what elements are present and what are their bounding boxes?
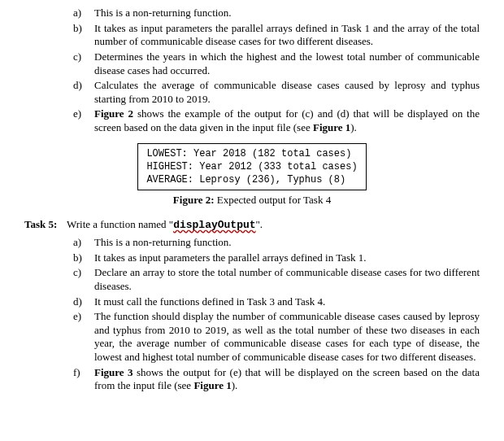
list-item: a) This is a non-returning function. (73, 236, 480, 250)
document-page: a) This is a non-returning function. b) … (0, 0, 504, 411)
task5-funcname: displayOutput (173, 219, 255, 231)
list-text: Declare an array to store the total numb… (94, 266, 480, 293)
figure-ref: Figure 3 (94, 366, 133, 378)
list-text: Determines the years in which the highes… (94, 50, 480, 77)
figure-ref: Figure 1 (193, 379, 231, 391)
list-marker: b) (73, 251, 94, 265)
list-text: It takes as input parameters the paralle… (94, 251, 480, 265)
list-marker: d) (73, 79, 94, 106)
list-marker: d) (73, 295, 94, 309)
list-item: a) This is a non-returning function. (73, 7, 480, 20)
list-item: d) Calculates the average of communicabl… (73, 79, 480, 106)
list-marker: a) (73, 236, 94, 250)
figure2-line1: LOWEST: Year 2018 (182 total cases) (146, 148, 351, 159)
figure2-caption-label: Figure 2: (173, 194, 215, 206)
list-text: Calculates the average of communicable d… (94, 79, 480, 106)
list-marker: e) (73, 310, 94, 365)
list-item: f) Figure 3 shows the output for (e) tha… (73, 366, 480, 393)
list-text-part: ). (232, 379, 238, 391)
figure2-output-box: LOWEST: Year 2018 (182 total cases) HIGH… (137, 143, 366, 191)
list-text: Figure 3 shows the output for (e) that w… (94, 366, 480, 393)
task4-list: a) This is a non-returning function. b) … (73, 7, 480, 135)
figure2-caption-text: Expected output for Task 4 (215, 194, 332, 206)
list-marker: c) (73, 266, 94, 293)
list-item: d) It must call the functions defined in… (73, 295, 480, 309)
list-marker: a) (73, 7, 94, 20)
list-text: This is a non-returning function. (94, 236, 480, 250)
list-item: e) The function should display the numbe… (73, 310, 480, 365)
figure2-line2: HIGHEST: Year 2012 (333 total cases) (146, 161, 357, 172)
list-text: Figure 2 shows the example of the output… (94, 107, 480, 134)
list-text-part: ). (350, 121, 357, 133)
list-marker: f) (73, 366, 94, 393)
list-item: c) Declare an array to store the total n… (73, 266, 480, 293)
figure2: LOWEST: Year 2018 (182 total cases) HIGH… (24, 143, 480, 207)
list-item: b) It takes as input parameters the para… (73, 251, 480, 265)
task5-list: a) This is a non-returning function. b) … (73, 236, 480, 393)
task5-header: Task 5: Write a function named "displayO… (24, 218, 480, 233)
figure-ref: Figure 2 (94, 107, 133, 120)
task5-label: Task 5: (24, 218, 67, 233)
list-marker: c) (73, 50, 94, 77)
list-text: The function should display the number o… (94, 310, 480, 365)
list-item: b) It takes as input parameters the para… (73, 22, 480, 49)
list-item: c) Determines the years in which the hig… (73, 50, 480, 77)
list-text: It takes as input parameters the paralle… (94, 22, 480, 49)
figure-ref: Figure 1 (313, 121, 350, 133)
list-marker: b) (73, 22, 94, 49)
list-text: It must call the functions defined in Ta… (94, 295, 480, 309)
task5-intro-post: ". (256, 218, 263, 230)
task5-intro-pre: Write a function named " (67, 218, 173, 230)
list-text: This is a non-returning function. (94, 7, 480, 20)
figure2-caption: Figure 2: Expected output for Task 4 (24, 194, 480, 207)
figure2-line3: AVERAGE: Leprosy (236), Typhus (8) (146, 174, 345, 186)
list-text-part: shows the output for (e) that will be di… (94, 366, 480, 392)
list-item: e) Figure 2 shows the example of the out… (73, 107, 480, 134)
list-text-part: shows the example of the output for (c) … (94, 107, 480, 133)
task5-intro: Write a function named "displayOutput". (67, 218, 480, 233)
list-marker: e) (73, 107, 94, 134)
